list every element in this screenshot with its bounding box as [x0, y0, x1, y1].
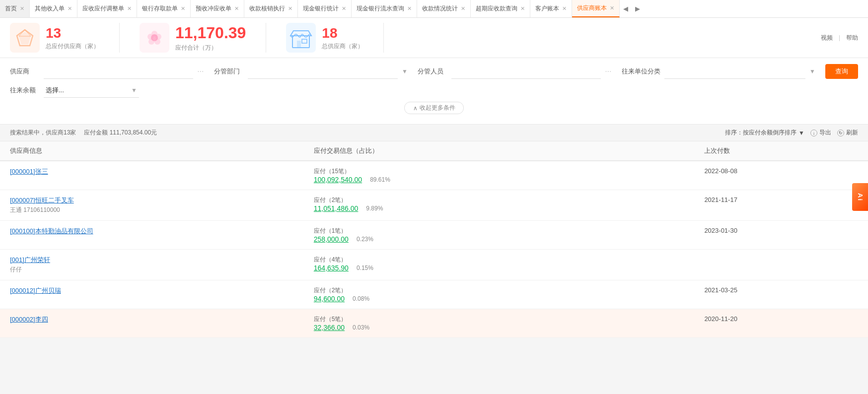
filter-row-1: 供应商 ··· 分管部门 ▼ 分管人员 ··· 往来单位分类 ▼ 查询: [10, 64, 858, 79]
stat-payable-suppliers-number: 13: [46, 25, 99, 42]
last-pay-cell: 2020-11-20: [694, 309, 868, 338]
balance-select[interactable]: 选择... ▼: [44, 83, 139, 98]
nav-tab-overdue-ar-close[interactable]: ✕: [520, 5, 525, 12]
nav-tab-supplier-book[interactable]: 供应商账本 ✕: [572, 0, 620, 17]
nav-tab-prepay-ar-label: 预收冲应收单: [196, 4, 231, 13]
nav-tab-cash-bank-stat-label: 现金银行统计: [303, 4, 339, 13]
tx-percent: 0.23%: [357, 236, 373, 243]
data-table-container: 供应商信息 应付交易信息（占比） 上次付数 [000001]张三应付（15笔）1…: [0, 141, 868, 338]
collapse-button[interactable]: ∧ 收起更多条件: [404, 102, 464, 114]
result-actions: 排序：按应付余额倒序排序 ▼ ↓ 导出 ↻ 刷新: [725, 129, 858, 137]
nav-prev-arrow[interactable]: ◀: [620, 0, 632, 17]
nav-tab-receipt-verify-close[interactable]: ✕: [288, 5, 292, 12]
nav-tab-bank-deposit[interactable]: 银行存取款单 ✕: [137, 0, 191, 17]
table-row: [001]广州荣轩仔仔应付（4笔）164,635.900.15%: [0, 250, 868, 280]
filter-balance-label: 往来余额: [10, 86, 40, 95]
ai-button[interactable]: Ai: [852, 183, 868, 211]
last-pay-date: 2021-03-25: [704, 286, 737, 294]
help-link[interactable]: 帮助: [846, 34, 858, 42]
nav-tab-receipt-verify-label: 收款核销执行: [249, 4, 285, 13]
dept-dropdown-icon[interactable]: ▼: [402, 68, 408, 75]
video-link[interactable]: 视频: [821, 34, 833, 42]
category-dropdown-icon[interactable]: ▼: [809, 68, 815, 75]
tx-amount-link[interactable]: 32,366.00: [314, 324, 345, 331]
table-row: [000001]张三应付（15笔）100,092,540.0089.61%202…: [0, 161, 868, 190]
supplier-name-link[interactable]: [000007]恒旺二手叉车: [10, 197, 74, 204]
collapse-up-icon: ∧: [413, 105, 418, 112]
tx-label: 应付（15笔）: [314, 167, 685, 176]
stat-payable-amount-number: 11,170.39: [175, 23, 246, 42]
person-dots-icon[interactable]: ···: [605, 67, 611, 76]
supplier-input[interactable]: [44, 64, 193, 79]
nav-tab-ar-ap-adjust-close[interactable]: ✕: [127, 5, 132, 12]
stat-total-suppliers-number: 18: [322, 25, 363, 42]
supplier-name-link[interactable]: [000001]张三: [10, 168, 48, 175]
last-pay-cell: 2022-08-08: [694, 161, 868, 190]
result-info: 搜索结果中，供应商13家 应付金额 111,703,854.00元: [10, 129, 157, 137]
nav-tab-other-income[interactable]: 其他收入单 ✕: [30, 0, 77, 17]
nav-tab-customer-book[interactable]: 客户账本 ✕: [530, 0, 572, 17]
nav-tab-cash-bank-stat[interactable]: 现金银行统计 ✕: [298, 0, 352, 17]
nav-tab-prepay-ar-close[interactable]: ✕: [234, 5, 239, 12]
filter-balance: 往来余额 选择... ▼: [10, 83, 139, 98]
tx-amount-link[interactable]: 164,635.90: [314, 264, 349, 272]
person-input[interactable]: [451, 64, 601, 79]
category-input[interactable]: [664, 64, 806, 79]
nav-tab-receipt-stat[interactable]: 收款情况统计 ✕: [417, 0, 471, 17]
supplier-sub-info: 王通 17106110000: [10, 206, 294, 214]
query-button[interactable]: 查询: [825, 64, 858, 79]
tx-amount-link[interactable]: 11,051,486.00: [314, 204, 359, 212]
export-button[interactable]: ↓ 导出: [810, 129, 831, 137]
nav-tab-bank-deposit-close[interactable]: ✕: [181, 5, 185, 12]
nav-tab-ar-ap-adjust[interactable]: 应收应付调整单 ✕: [77, 0, 137, 17]
tx-amount-link[interactable]: 94,600.00: [314, 295, 345, 303]
sort-button[interactable]: 排序：按应付余额倒序排序 ▼: [725, 129, 804, 137]
last-pay-cell: 2021-11-17: [694, 190, 868, 221]
stat-total-suppliers: 18 总供应商（家）: [286, 23, 384, 53]
nav-tab-home-close[interactable]: ✕: [20, 5, 24, 12]
supplier-info-cell: [001]广州荣轩仔仔: [0, 250, 304, 280]
nav-tab-prepay-ar[interactable]: 预收冲应收单 ✕: [191, 0, 244, 17]
nav-tab-cash-bank-flow-close[interactable]: ✕: [407, 5, 412, 12]
stat-icon-diamond: [10, 23, 40, 53]
nav-tab-receipt-verify[interactable]: 收款核销执行 ✕: [244, 0, 298, 17]
nav-tab-home[interactable]: 首页 ✕: [0, 0, 30, 17]
filter-area: 供应商 ··· 分管部门 ▼ 分管人员 ··· 往来单位分类 ▼ 查询 往来余额…: [0, 58, 868, 125]
supplier-name-link[interactable]: [000100]本特勤油品有限公司: [10, 227, 93, 235]
refresh-button[interactable]: ↻ 刷新: [837, 129, 858, 137]
dept-input[interactable]: [248, 64, 398, 79]
balance-placeholder: 选择...: [46, 86, 64, 95]
tx-label: 应付（4笔）: [314, 256, 685, 264]
sort-label: 排序：按应付余额倒序排序: [725, 129, 796, 137]
nav-tab-supplier-book-label: 供应商账本: [577, 4, 607, 12]
result-bar: 搜索结果中，供应商13家 应付金额 111,703,854.00元 排序：按应付…: [0, 125, 868, 141]
table-scroll[interactable]: 供应商信息 应付交易信息（占比） 上次付数 [000001]张三应付（15笔）1…: [0, 141, 868, 338]
nav-tab-overdue-ar[interactable]: 超期应收款查询 ✕: [471, 0, 530, 17]
top-navigation: 首页 ✕ 其他收入单 ✕ 应收应付调整单 ✕ 银行存取款单 ✕ 预收冲应收单 ✕…: [0, 0, 868, 18]
last-pay-date: 2023-01-30: [704, 227, 737, 234]
nav-tab-ar-ap-adjust-label: 应收应付调整单: [82, 4, 124, 13]
tx-amount-link[interactable]: 258,000.00: [314, 235, 349, 243]
supplier-name-link[interactable]: [001]广州荣轩: [10, 256, 50, 263]
nav-next-arrow[interactable]: ▶: [632, 0, 644, 17]
nav-tab-other-income-close[interactable]: ✕: [68, 5, 72, 12]
supplier-name-link[interactable]: [000012]广州贝瑞: [10, 287, 61, 294]
stat-payable-amount-label: 应付合计（万）: [175, 44, 246, 52]
supplier-info-cell: [000002]李四: [0, 309, 304, 338]
nav-tab-cash-bank-stat-close[interactable]: ✕: [342, 5, 346, 12]
col-header-tx: 应付交易信息（占比）: [304, 141, 695, 161]
stat-total-payable-suppliers: 13 总应付供应商（家）: [10, 23, 120, 53]
refresh-label: 刷新: [846, 129, 858, 137]
supplier-name-link[interactable]: [000002]李四: [10, 316, 48, 323]
nav-tab-receipt-stat-close[interactable]: ✕: [461, 5, 465, 12]
tx-amount-link[interactable]: 100,092,540.00: [314, 176, 362, 184]
last-pay-cell: [694, 250, 868, 280]
nav-tab-customer-book-close[interactable]: ✕: [562, 5, 567, 12]
supplier-dots-icon[interactable]: ···: [197, 67, 204, 76]
nav-tab-customer-book-label: 客户账本: [535, 4, 559, 13]
nav-tab-cash-bank-flow[interactable]: 现金银行流水查询 ✕: [352, 0, 417, 17]
tx-label: 应付（1笔）: [314, 227, 685, 235]
nav-tab-supplier-book-close[interactable]: ✕: [610, 5, 614, 11]
tx-percent: 0.15%: [357, 264, 373, 271]
stat-total-payable-amount: 11,170.39 应付合计（万）: [140, 23, 266, 53]
